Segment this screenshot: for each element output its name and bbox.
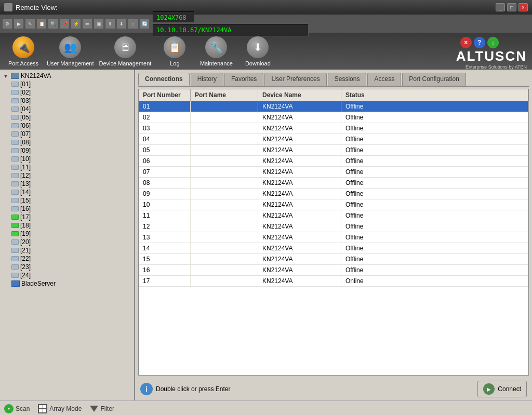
tree-port-18[interactable]: [18] [0,221,134,230]
tree-port-04[interactable]: [04] [0,105,134,113]
log-icon: 📋 [164,36,185,58]
nav-item-device-management[interactable]: 🖥 Device Management [99,36,152,66]
tab-user-preferences[interactable]: User Preferences [264,73,326,86]
tab-sessions[interactable]: Sessions [328,73,367,86]
array-mode-tool[interactable]: Array Mode [38,404,82,413]
corner-help-button[interactable]: ? [474,37,485,48]
table-row[interactable]: 03KN2124VAOffline [139,123,528,134]
cell-status-0: Offline [341,101,528,112]
tree-port-20[interactable]: [20] [0,238,134,246]
tree-root[interactable]: ▼ KN2124VA [0,72,134,80]
collapse-icon[interactable]: ▼ [3,73,9,79]
toolbar-btn-11[interactable]: ⬇ [116,19,127,29]
toolbar-btn-4[interactable]: 📋 [36,19,47,29]
table-row[interactable]: 17KN2124VAOnline [139,276,528,287]
close-button[interactable]: × [518,3,528,11]
tree-port-19[interactable]: [19] [0,230,134,238]
tab-connections[interactable]: Connections [138,73,190,86]
tree-port-14[interactable]: [14] [0,188,134,196]
minimize-button[interactable]: _ [496,3,505,11]
corner-minimize-button[interactable]: ↓ [487,37,499,48]
tree-port-09[interactable]: [09] [0,146,134,155]
tree-port-23[interactable]: [23] [0,263,134,271]
tree-port-02[interactable]: [02] [0,88,134,97]
corner-close-button[interactable]: × [460,37,472,48]
table-row[interactable]: 14KN2124VAOffline [139,243,528,254]
table-row[interactable]: 16KN2124VAOffline [139,265,528,276]
table-row[interactable]: 12KN2124VAOffline [139,221,528,232]
port-label-09: [09] [20,147,31,154]
tab-history[interactable]: History [191,73,223,86]
connect-button[interactable]: ▶ Connect [477,381,527,397]
cell-deviceName-5: KN2124VA [258,156,341,166]
port-label-07: [07] [20,130,31,138]
cell-status-6: Offline [341,167,528,177]
toolbar-btn-8[interactable]: ⬅ [82,19,92,29]
title-bar-controls: _ □ × [496,3,528,11]
toolbar-btn-5[interactable]: 🔍 [48,19,58,29]
port-label-06: [06] [20,122,31,129]
table-row[interactable]: 02KN2124VAOffline [139,112,528,123]
port-label-19: [19] [20,230,31,237]
table-row[interactable]: 05KN2124VAOffline [139,145,528,156]
tree-port-07[interactable]: [07] [0,130,134,138]
cell-portName-11 [191,221,258,232]
maximize-button[interactable]: □ [507,3,516,11]
table-row[interactable]: 08KN2124VAOffline [139,178,528,189]
toolbar-btn-7[interactable]: ⚡ [71,19,81,29]
tab-favorites[interactable]: Favorites [224,73,263,86]
toolbar-btn-2[interactable]: ▶ [14,19,24,29]
tree-port-22[interactable]: [22] [0,255,134,263]
tree-blade-server[interactable]: BladeServer [0,279,134,288]
table-row[interactable]: 13KN2124VAOffline [139,232,528,243]
port-label-05: [05] [20,114,31,121]
toolbar-btn-12[interactable]: ↕ [128,19,138,29]
port-label-14: [14] [20,189,31,196]
tree-port-06[interactable]: [06] [0,122,134,130]
nav-item-user-management[interactable]: 👥 User Management [47,36,94,66]
hint-text: Double click or press Enter [156,385,230,393]
tree-port-24[interactable]: [24] [0,271,134,279]
cell-portName-3 [191,134,258,144]
table-row[interactable]: 10KN2124VAOffline [139,199,528,210]
toolbar-btn-1[interactable]: ⚙ [2,19,12,29]
toolbar-btn-13[interactable]: 🔄 [139,19,150,29]
toolbar-btn-6[interactable]: 📌 [59,19,70,29]
tree-port-11[interactable]: [11] [0,163,134,171]
table-row[interactable]: 15KN2124VAOffline [139,254,528,265]
tree-port-13[interactable]: [13] [0,180,134,188]
table-row[interactable]: 11KN2124VAOffline [139,210,528,221]
cell-status-16: Online [341,276,528,286]
table-row[interactable]: 01KN2124VAOffline [139,101,528,112]
tree-port-12[interactable]: [12] [0,171,134,180]
tree-port-15[interactable]: [15] [0,196,134,205]
table-row[interactable]: 04KN2124VAOffline [139,134,528,145]
tree-port-01[interactable]: [01] [0,80,134,88]
cell-port-11: 12 [139,221,191,232]
tab-access[interactable]: Access [367,73,401,86]
tree-port-17[interactable]: [17] [0,213,134,221]
tree-port-03[interactable]: [03] [0,97,134,105]
toolbar-btn-9[interactable]: ▣ [94,19,104,29]
tree-port-21[interactable]: [21] [0,246,134,255]
tree-port-16[interactable]: [16] [0,205,134,213]
nav-item-maintenance[interactable]: 🔧 Maintenance [198,36,234,66]
nav-item-port-access[interactable]: 🔌 Port Access [5,36,42,66]
table-row[interactable]: 07KN2124VAOffline [139,167,528,178]
filter-tool[interactable]: Filter [90,405,114,412]
tree-port-05[interactable]: [05] [0,113,134,122]
cell-portName-16 [191,276,258,286]
tree-port-10[interactable]: [10] [0,155,134,163]
scan-tool[interactable]: ● Scan [4,404,30,413]
tab-port-configuration[interactable]: Port Configuration [402,73,466,86]
toolbar-btn-3[interactable]: ✎ [25,19,35,29]
nav-item-download[interactable]: ⬇ Download [240,36,276,66]
port-label-17: [17] [20,213,31,221]
table-row[interactable]: 09KN2124VAOffline [139,189,528,199]
table-row[interactable]: 06KN2124VAOffline [139,156,528,167]
tree-port-08[interactable]: [08] [0,138,134,146]
nav-item-log[interactable]: 📋 Log [156,36,193,66]
toolbar-btn-10[interactable]: ⬆ [105,19,115,29]
port-icon-08 [11,140,19,145]
cell-portName-8 [191,189,258,199]
